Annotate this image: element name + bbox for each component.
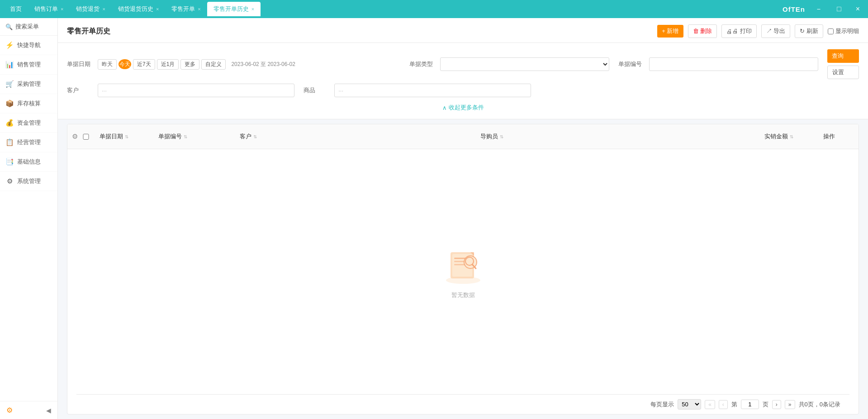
prev-page-btn[interactable]: ‹ [719, 400, 728, 409]
collapse-sidebar-icon[interactable]: ◀ [46, 407, 51, 414]
sidebar-item-quick-nav[interactable]: ⚡ 快捷导航 [0, 36, 57, 55]
table-settings-icon[interactable]: ⚙ [72, 132, 78, 141]
close-tab-retail-open[interactable]: × [198, 6, 200, 12]
more-btn[interactable]: 更多 [180, 59, 199, 70]
sidebar-item-operations-mgmt[interactable]: 📋 经营管理 [0, 133, 57, 152]
tab-sales-return[interactable]: 销货退货 × [70, 2, 111, 16]
filter-customer: 客户 ··· [67, 84, 294, 97]
doc-num-label: 单据编号 [618, 60, 645, 68]
tab-retail-open-history[interactable]: 零售开单历史 × [207, 2, 261, 16]
close-btn[interactable]: × [851, 3, 864, 15]
th-guide[interactable]: 导购员 ⇅ [475, 128, 529, 145]
sidebar-item-inventory-check[interactable]: 📦 库存核算 [0, 94, 57, 113]
goods-input[interactable]: ··· [334, 84, 531, 97]
close-tab-sales-return-history[interactable]: × [156, 6, 159, 12]
close-tab-sales-order[interactable]: × [61, 6, 63, 12]
last-page-btn[interactable]: » [785, 400, 795, 409]
filter-goods: 商品 ··· [304, 84, 531, 97]
date-buttons: 昨天 今天 近7天 近1月 更多 自定义 [98, 59, 226, 70]
filter-action-buttons: 查询 设置 [827, 49, 859, 79]
select-all-checkbox[interactable] [81, 134, 90, 140]
next-page-btn[interactable]: › [772, 400, 781, 409]
sidebar-item-label: 系统管理 [17, 177, 41, 185]
table-body: 暂无数据 [67, 149, 859, 394]
refresh-button[interactable]: ↻ 刷新 [795, 24, 823, 38]
th-date[interactable]: 单据日期 ⇅ [94, 128, 153, 145]
per-page-select[interactable]: 50 20 100 [678, 399, 701, 410]
sidebar: 🔍 搜索采单 ⚡ 快捷导航 📊 销售管理 🛒 采购管理 📦 库存核算 💰 资金管… [0, 18, 58, 419]
tab-home[interactable]: 首页 [4, 2, 28, 16]
filter-panel: 单据日期 昨天 今天 近7天 近1月 更多 自定义 2023-06-02 至 2… [58, 43, 868, 119]
close-tab-retail-open-history[interactable]: × [251, 6, 254, 12]
sales-mgmt-icon: 📊 [5, 61, 14, 69]
print-icon: 🖨 [726, 28, 732, 35]
total-label: 共0页，0条记录 [799, 400, 840, 409]
print-button[interactable]: 🖨 🖨 打印 [721, 24, 757, 38]
sidebar-item-finance-mgmt[interactable]: 💰 资金管理 [0, 113, 57, 133]
th-amount[interactable]: 实销金额 ⇅ [759, 128, 818, 145]
settings-bottom-icon[interactable]: ⚙ [6, 406, 13, 414]
doc-type-select[interactable] [440, 57, 609, 71]
quick-nav-icon: ⚡ [5, 41, 14, 49]
th-customer[interactable]: 客户 ⇅ [234, 128, 475, 145]
today-btn[interactable]: 今天 [119, 59, 131, 69]
maximize-btn[interactable]: □ [832, 3, 846, 15]
sidebar-item-basic-info[interactable]: 📑 基础信息 [0, 152, 57, 172]
export-button[interactable]: ↗ 导出 [761, 24, 791, 38]
sidebar-item-label: 资金管理 [17, 119, 41, 127]
purchase-mgmt-icon: 🛒 [5, 80, 14, 88]
table-head: 单据日期 ⇅ 单据编号 ⇅ 客户 ⇅ 导购员 ⇅ [94, 128, 854, 145]
inventory-check-icon: 📦 [5, 99, 14, 108]
custom-btn[interactable]: 自定义 [201, 59, 226, 70]
add-button[interactable]: + 新增 [657, 25, 683, 38]
sidebar-item-purchase-mgmt[interactable]: 🛒 采购管理 [0, 75, 57, 94]
show-detail-checkbox-label[interactable]: 显示明细 [828, 27, 859, 35]
sidebar-item-label: 销售管理 [17, 61, 41, 69]
basic-info-icon: 📑 [5, 158, 14, 166]
sidebar-search[interactable]: 🔍 搜索采单 [0, 18, 57, 36]
th-action: 操作 [818, 128, 854, 145]
main-layout: 🔍 搜索采单 ⚡ 快捷导航 📊 销售管理 🛒 采购管理 📦 库存核算 💰 资金管… [0, 18, 868, 419]
pagination: 每页显示 50 20 100 « ‹ 第 页 › » 共0页，0条记录 [76, 394, 849, 414]
page-input[interactable] [741, 400, 759, 409]
sort-date-icon: ⇅ [125, 134, 128, 139]
close-tab-sales-return[interactable]: × [102, 6, 105, 12]
sort-guide-icon: ⇅ [500, 134, 503, 139]
customer-input[interactable]: ··· [98, 84, 294, 97]
first-page-btn[interactable]: « [705, 400, 715, 409]
delete-button[interactable]: 🗑 删除 [688, 24, 717, 38]
operations-mgmt-icon: 📋 [5, 138, 14, 146]
sidebar-item-sales-mgmt[interactable]: 📊 销售管理 [0, 55, 57, 75]
svg-rect-4 [454, 261, 465, 262]
tab-retail-open[interactable]: 零售开单 × [165, 2, 207, 16]
yesterday-btn[interactable]: 昨天 [98, 59, 117, 70]
date-range-text: 2023-06-02 至 2023-06-02 [231, 61, 295, 68]
sidebar-item-system-mgmt[interactable]: ⚙ 系统管理 [0, 172, 57, 191]
query-button[interactable]: 查询 [827, 49, 859, 63]
filter-doc-num: 单据编号 [618, 57, 818, 71]
show-detail-checkbox[interactable] [828, 28, 834, 34]
minimize-btn[interactable]: － [811, 2, 827, 16]
sidebar-item-label: 基础信息 [17, 158, 41, 166]
per-page-label: 每页显示 [650, 400, 674, 409]
finance-mgmt-icon: 💰 [5, 119, 14, 127]
sidebar-search-label: 搜索采单 [15, 23, 39, 31]
page-label-pre: 第 [731, 400, 737, 409]
tab-sales-return-history[interactable]: 销货退货历史 × [112, 2, 165, 16]
sidebar-item-label: 库存核算 [17, 99, 41, 108]
last7-btn[interactable]: 近7天 [133, 59, 155, 70]
empty-state: 暂无数据 [422, 226, 504, 317]
sidebar-item-label: 经营管理 [17, 138, 41, 146]
collapse-filter-btn[interactable]: ∧ 收起更多条件 [67, 102, 859, 113]
last1m-btn[interactable]: 近1月 [157, 59, 179, 70]
chevron-up-icon: ∧ [442, 104, 447, 111]
filter-doc-type: 单据类型 [409, 57, 609, 71]
tab-sales-order[interactable]: 销售订单 × [28, 2, 70, 16]
settings-filter-button[interactable]: 设置 [827, 66, 859, 79]
page-label: 页 [763, 400, 768, 409]
doc-num-input[interactable] [649, 57, 818, 71]
sort-num-icon: ⇅ [184, 134, 187, 139]
empty-illustration [441, 244, 486, 285]
toolbar: + 新增 🗑 删除 🖨 🖨 打印 ↗ 导出 ↻ 刷新 显示明细 [657, 24, 859, 38]
th-num[interactable]: 单据编号 ⇅ [153, 128, 234, 145]
